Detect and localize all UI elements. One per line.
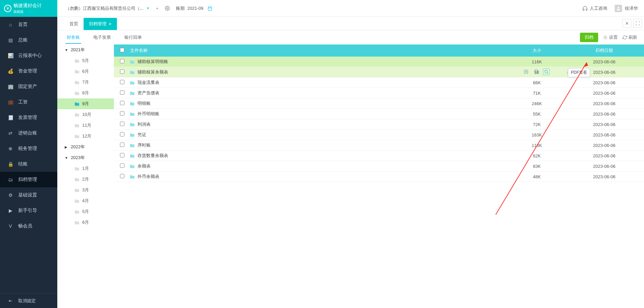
subtab-1[interactable]: 电子发票 [87,31,118,44]
svg-point-5 [618,7,619,8]
sidebar-item-4[interactable]: 🏢固定资产 [0,79,57,94]
folder-icon [130,133,135,137]
folder-icon [130,122,135,126]
sidebar-item-8[interactable]: ⊕税务管理 [0,141,57,156]
tree-month[interactable]: 4月 [57,195,114,206]
row-checkbox[interactable] [120,174,124,178]
username[interactable]: 徐泽华 [625,5,638,11]
file-name: 外币明细账 [137,111,159,117]
tree-month[interactable]: 12月 [57,131,114,142]
tree-month[interactable]: 7月 [57,77,114,88]
row-checkbox[interactable] [120,101,124,105]
tree-month[interactable]: 9月 [57,98,114,109]
tree-month[interactable]: 3月 [57,185,114,195]
tree-month[interactable]: 5月 [57,206,114,217]
nav-icon: 🏢 [7,84,13,90]
col-date: 归档日期 [571,48,638,54]
calendar-icon[interactable] [207,5,213,11]
subtab-0[interactable]: 财务账 [60,31,87,44]
table-row[interactable]: 外币余额表48K2023-06-06 [114,172,644,182]
fullscreen-icon[interactable]: ⛶ [633,19,642,28]
table-row[interactable]: 外币明细账55K2023-06-06 [114,109,644,119]
nav-icon: 📊 [7,53,13,59]
pdf-download-icon[interactable] [533,68,540,75]
sidebar-unpin[interactable]: ⇤ 取消固定 [0,293,57,308]
table-row[interactable]: 存货数量余额表62K2023-06-06 [114,151,644,161]
tab-1[interactable]: 归档管理✕ [84,18,117,30]
settings-button[interactable]: 设置 [603,34,618,40]
subtab-2[interactable]: 银行回单 [118,31,149,44]
company-dropdown-icon[interactable]: ▾ [147,6,149,10]
file-date: 2023-06-06 [571,174,638,179]
sidebar-item-7[interactable]: ⇄进销台账 [0,125,57,141]
row-checkbox[interactable] [120,153,124,157]
table-row[interactable]: 凭证163K2023-06-06 [114,130,644,140]
table-row[interactable]: 利润表72K2023-06-06 [114,119,644,130]
gear-icon[interactable] [164,5,171,11]
table-row[interactable]: 辅助核算余额表1K2023-06-06PDF查看 [114,67,644,78]
sidebar-item-9[interactable]: 🔒结账 [0,156,57,172]
folder-icon [130,101,135,105]
table-row[interactable]: 明细账246K2023-06-06 [114,98,644,109]
table-row[interactable]: 现金流量表66K2023-06-06 [114,78,644,88]
sidebar-item-5[interactable]: 💼工资 [0,94,57,110]
sidebar-item-2[interactable]: 📊云报表中心 [0,48,57,63]
table-row[interactable]: 序时账113K2023-06-06 [114,140,644,151]
archive-button[interactable]: 归档 [580,33,598,42]
file-name: 资产负债表 [137,90,159,96]
pdf-view-icon[interactable] [543,68,550,75]
svg-rect-1 [208,7,212,10]
tree-year[interactable]: ▶2022年 [57,142,114,152]
sidebar-item-12[interactable]: ▶新手引导 [0,203,57,218]
avatar[interactable] [615,5,622,12]
refresh-button[interactable]: 刷新 [622,34,637,40]
nav-icon: 💰 [7,68,13,74]
tree-year[interactable]: ▼2021年 [57,44,114,55]
nav-icon: 💼 [7,99,13,105]
tab-close-panel[interactable]: ✕ [622,19,631,28]
consult-link[interactable]: 人工咨询 [582,5,607,11]
row-checkbox[interactable] [120,59,124,63]
row-checkbox[interactable] [120,69,124,74]
sidebar-item-0[interactable]: ⌂首页 [0,17,57,32]
sidebar-item-3[interactable]: 💰资金管理 [0,63,57,79]
sidebar-item-11[interactable]: ⚙基础设置 [0,187,57,203]
row-checkbox[interactable] [120,163,124,168]
sidebar-item-6[interactable]: 🧾发票管理 [0,110,57,125]
add-icon[interactable]: ＋ [154,5,160,11]
select-all-checkbox[interactable] [120,48,124,52]
sidebar-item-1[interactable]: ▤总账 [0,32,57,48]
sidebar-item-10[interactable]: 🗂归档管理 [0,172,57,187]
row-checkbox[interactable] [120,143,124,147]
period-value[interactable]: 2021-09 [187,6,204,11]
consult-label: 人工咨询 [590,5,607,11]
brand-logo[interactable]: ¥ 畅捷通好会计 旗舰版 [0,0,57,17]
row-checkbox[interactable] [120,111,124,116]
tree-year[interactable]: ▼2023年 [57,152,114,163]
col-name: 文件名称 [128,48,503,54]
tab-close-icon[interactable]: ✕ [109,22,112,26]
nav-icon: 🗂 [7,177,13,183]
tree-month[interactable]: 11月 [57,120,114,131]
file-size: 48K [503,174,571,179]
row-checkbox[interactable] [120,132,124,136]
tree-month[interactable]: 2月 [57,174,114,185]
excel-download-icon[interactable] [523,68,529,75]
tree-month[interactable]: 1月 [57,163,114,174]
table-row[interactable]: 辅助核算明细账116K2023-06-06 [114,57,644,67]
tree-month[interactable]: 10月 [57,109,114,120]
tree-month[interactable]: 5月 [57,55,114,66]
tree-month[interactable]: 8月 [57,88,114,98]
file-size: 163K [503,132,571,137]
tree-month[interactable]: 6月 [57,66,114,77]
company-name[interactable]: （勿删）江西服宝精品有限责任公司（... [65,5,144,11]
row-checkbox[interactable] [120,122,124,126]
sidebar-item-13[interactable]: V畅会员 [0,218,57,234]
folder-icon [75,59,80,63]
row-checkbox[interactable] [120,80,124,84]
table-row[interactable]: 余额表83K2023-06-06 [114,161,644,172]
tab-0[interactable]: 首页 [64,18,84,30]
table-row[interactable]: 资产负债表71K2023-06-06 [114,88,644,98]
tree-month[interactable]: 6月 [57,217,114,228]
row-checkbox[interactable] [120,90,124,95]
